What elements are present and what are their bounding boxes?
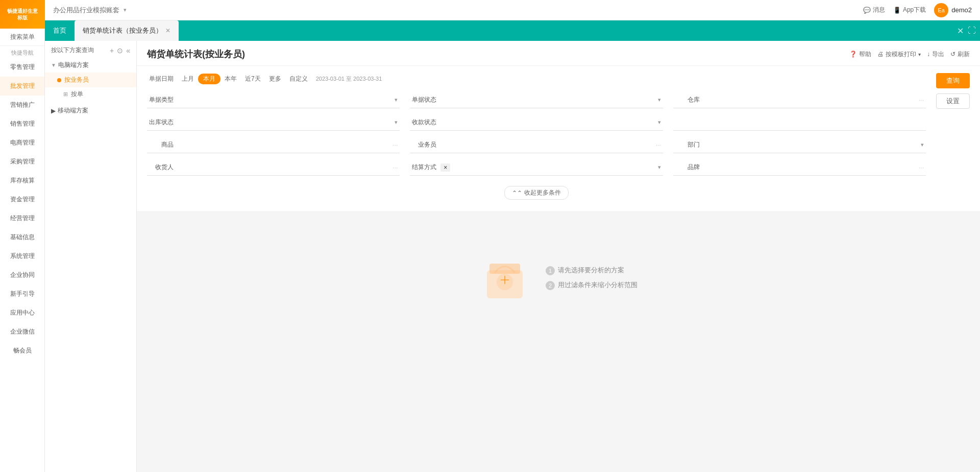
date-range: 2023-03-01 至 2023-03-31 xyxy=(316,75,382,83)
message-icon: 💬 xyxy=(863,7,871,14)
filter-payment-status: 收款状态 ▾ xyxy=(410,114,663,131)
salesperson-more-icon[interactable]: ··· xyxy=(656,141,661,149)
sidebar-item-member[interactable]: 畅会员 xyxy=(0,341,44,360)
collapse-button[interactable]: ⌃⌃ 收起更多条件 xyxy=(504,186,569,200)
sidebar-item-purchase[interactable]: 采购管理 xyxy=(0,152,44,171)
left-panel-collapse-icon[interactable]: « xyxy=(126,46,130,55)
date-tabs: 上月 本月 本年 近7天 更多 自定义 xyxy=(178,73,312,85)
filter-row2: 出库状态 ▾ 收款状态 ▾ xyxy=(147,114,926,131)
refresh-button[interactable]: ↺ 刷新 xyxy=(950,50,970,59)
sidebar-item-basic[interactable]: 基础信息 xyxy=(0,228,44,247)
sidebar-search-label[interactable]: 搜索菜单 xyxy=(10,33,35,40)
hint1-text: 请先选择要分析的方案 xyxy=(558,266,624,275)
tree-item-salesperson-label: 按业务员 xyxy=(64,76,89,84)
left-panel-edit-icon[interactable]: ⊙ xyxy=(117,46,123,55)
filter-brand: 品牌 ··· xyxy=(673,159,926,176)
message-action[interactable]: 💬 消息 xyxy=(863,6,885,14)
filter-doc-status-2 xyxy=(673,114,926,131)
sub-icon: ⊞ xyxy=(63,91,68,98)
filter-main: 单据日期 上月 本月 本年 近7天 更多 自定义 2023-03-01 至 20… xyxy=(137,66,936,211)
app-download-action[interactable]: 📱 App下载 xyxy=(893,6,926,14)
tree-mobile-arrow-icon: ▶ xyxy=(51,107,56,114)
right-content: 销货单统计表(按业务员) ❓ 帮助 🖨 按模板打印 ▾ ↓ 导出 xyxy=(137,41,980,472)
tab-sales-stat-label: 销货单统计表（按业务员） xyxy=(83,26,162,35)
sidebar-item-finance[interactable]: 资金管理 xyxy=(0,190,44,209)
sidebar-item-operation[interactable]: 经营管理 xyxy=(0,209,44,228)
settlement-dropdown-icon[interactable]: ▾ xyxy=(658,164,661,171)
brand-label: 品牌 xyxy=(673,163,704,172)
settlement-label: 结算方式 xyxy=(410,163,440,172)
tab-close-all-icon[interactable]: ✕ xyxy=(957,26,964,36)
query-button[interactable]: 查询 xyxy=(936,73,970,88)
filter-department: 部门 ▾ xyxy=(673,137,926,153)
sidebar-item-marketing[interactable]: 营销推广 xyxy=(0,96,44,114)
tab-sales-stat[interactable]: 销货单统计表（按业务员） ✕ xyxy=(75,20,179,41)
tab-home[interactable]: 首页 xyxy=(45,20,75,41)
print-button[interactable]: 🖨 按模板打印 ▾ xyxy=(877,50,921,59)
dot-icon xyxy=(57,78,61,82)
consignee-input[interactable] xyxy=(178,164,400,171)
tree-pc-group-header[interactable]: ▼ 电脑端方案 xyxy=(45,58,136,73)
app-dropdown-icon[interactable]: ▾ xyxy=(124,7,127,13)
setting-button[interactable]: 设置 xyxy=(936,93,970,109)
left-panel-add-icon[interactable]: + xyxy=(110,46,114,55)
tab-home-label: 首页 xyxy=(53,26,66,35)
username: demo2 xyxy=(951,6,972,14)
filter-out-status: 出库状态 ▾ xyxy=(147,114,400,131)
sidebar-item-system[interactable]: 系统管理 xyxy=(0,247,44,266)
date-label: 单据日期 xyxy=(147,75,178,83)
date-tab-thisyear[interactable]: 本年 xyxy=(220,73,241,85)
sidebar-item-sales[interactable]: 销售管理 xyxy=(0,114,44,133)
sidebar-item-retail[interactable]: 零售管理 xyxy=(0,58,44,77)
filter-row1: 单据类型 ▾ 单据状态 ▾ 仓库 ··· xyxy=(147,92,926,108)
warehouse-more-icon[interactable]: ··· xyxy=(919,97,924,104)
filter-row4: 收货人 ··· 结算方式 × ▾ 品牌 xyxy=(147,159,926,176)
filter-salesperson: 业务员 ··· xyxy=(410,137,663,153)
print-icon: 🖨 xyxy=(877,51,884,58)
consignee-more-icon[interactable]: ··· xyxy=(393,164,398,171)
date-tab-lastmonth[interactable]: 上月 xyxy=(178,73,198,85)
filter-actions-col: 查询 设置 xyxy=(936,66,980,211)
left-panel-title: 按以下方案查询 xyxy=(51,46,94,55)
doc-status-label: 单据状态 xyxy=(410,96,440,104)
export-button[interactable]: ↓ 导出 xyxy=(927,50,944,59)
filter-doc-status: 单据状态 ▾ xyxy=(410,92,663,108)
top-header-right: 💬 消息 📱 App下载 Ea demo2 xyxy=(863,3,972,17)
sidebar-item-inventory[interactable]: 库存核算 xyxy=(0,171,44,190)
payment-status-dropdown-icon[interactable]: ▾ xyxy=(658,119,661,126)
out-status-dropdown-icon[interactable]: ▾ xyxy=(395,119,398,126)
date-tab-custom[interactable]: 自定义 xyxy=(285,73,312,85)
sidebar-logo[interactable]: 畅捷通好生意 标版 xyxy=(0,0,45,29)
date-tab-more[interactable]: 更多 xyxy=(265,73,285,85)
filter-doc-type: 单据类型 ▾ xyxy=(147,92,400,108)
out-status-label: 出库状态 xyxy=(147,118,178,127)
doc-status-dropdown-icon[interactable]: ▾ xyxy=(658,97,661,103)
app-download-icon: 📱 xyxy=(893,7,901,14)
date-tab-thismonth[interactable]: 本月 xyxy=(198,74,220,84)
sidebar-quicknav[interactable]: 快捷导航 xyxy=(11,46,34,58)
brand-more-icon[interactable]: ··· xyxy=(919,164,924,171)
help-button[interactable]: ❓ 帮助 xyxy=(849,50,871,59)
sidebar-item-ecommerce[interactable]: 电商管理 xyxy=(0,133,44,152)
sidebar-item-wholesale[interactable]: 批发管理 xyxy=(0,77,44,96)
tab-maximize-icon[interactable]: ⛶ xyxy=(968,26,976,35)
goods-more-icon[interactable]: ··· xyxy=(393,141,398,149)
sidebar-item-wechat[interactable]: 企业微信 xyxy=(0,322,44,341)
tree-mobile-group-header[interactable]: ▶ 移动端方案 xyxy=(45,103,136,116)
refresh-icon: ↺ xyxy=(950,51,955,58)
doc-type-dropdown-icon[interactable]: ▾ xyxy=(395,97,398,103)
tab-close-icon[interactable]: ✕ xyxy=(165,27,170,34)
tree-item-salesperson[interactable]: 按业务员 xyxy=(45,73,136,87)
tree-item-order[interactable]: ⊞ 按单 xyxy=(45,87,136,101)
date-tab-last7[interactable]: 近7天 xyxy=(241,73,265,85)
sidebar-item-enterprise[interactable]: 企业协同 xyxy=(0,266,44,285)
department-dropdown-icon[interactable]: ▾ xyxy=(921,141,924,148)
print-dropdown-icon[interactable]: ▾ xyxy=(918,52,921,57)
sidebar-item-appcenter[interactable]: 应用中心 xyxy=(0,303,44,322)
page-header: 销货单统计表(按业务员) ❓ 帮助 🖨 按模板打印 ▾ ↓ 导出 xyxy=(137,41,980,66)
sidebar-item-newbie[interactable]: 新手引导 xyxy=(0,285,44,303)
user-profile[interactable]: Ea demo2 xyxy=(934,3,972,17)
sidebar-search[interactable]: 搜索菜单 xyxy=(0,29,44,46)
hint1-num: 1 xyxy=(546,266,555,275)
settlement-tag-close[interactable]: × xyxy=(444,164,447,171)
